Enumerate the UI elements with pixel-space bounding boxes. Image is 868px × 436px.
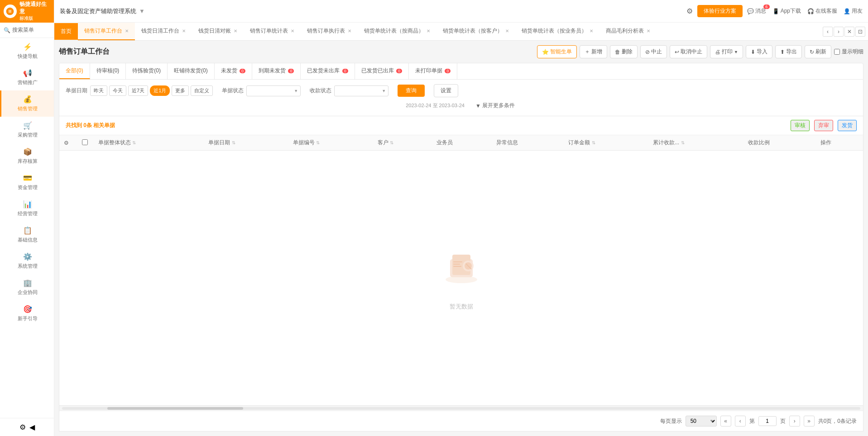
sidebar-item-quick-nav[interactable]: ⚡ 快捷导航 (0, 38, 54, 64)
sidebar-item-operation[interactable]: 📊 经营管理 (0, 195, 54, 222)
filter-tab-shipped-out[interactable]: 已发货已出库 0 (355, 63, 409, 79)
tab-cash-goods[interactable]: 钱货日清对账 ✕ (192, 23, 244, 40)
date-more-btn[interactable]: 更多 (172, 85, 189, 96)
filter-tab-all[interactable]: 全部(0) (59, 63, 90, 79)
tab-close-cash-goods[interactable]: ✕ (234, 28, 237, 33)
col-number[interactable]: 单据编号 (288, 135, 373, 151)
tab-sales-exec[interactable]: 销售订单执行表 ✕ (301, 23, 358, 40)
filter-tab-not-printed[interactable]: 未打印单据 0 (409, 63, 457, 79)
stop-button[interactable]: ⊘ 中止 (640, 45, 667, 58)
table-scroll-area: ⚙ 单据整体状态 单据日期 单 (59, 135, 863, 405)
cancel-audit-button[interactable]: 弃审 (814, 120, 833, 131)
print-button[interactable]: 🖨 打印 ▼ (710, 45, 743, 58)
tab-close-goods-margin[interactable]: ✕ (647, 28, 650, 33)
shipped-out-badge: 0 (396, 69, 402, 73)
export-button[interactable]: ⬆ 导出 (775, 45, 802, 58)
select-all-checkbox[interactable] (82, 139, 88, 145)
col-collected[interactable]: 累计收款... (648, 135, 743, 151)
tab-close-sales-sum-product[interactable]: ✕ (427, 28, 430, 33)
topbar-dropdown-icon[interactable]: ▼ (139, 8, 145, 14)
sidebar-item-purchase[interactable]: 🛒 采购管理 (0, 117, 54, 143)
col-settings-icon[interactable]: ⚙ (64, 140, 69, 146)
table-area: 共找到 0条 相关单据 审核 弃审 发货 ⚙ (59, 116, 863, 431)
industry-solution-button[interactable]: 体验行业方案 (697, 5, 743, 17)
expand-search-button[interactable]: ▼ 展开更多条件 (474, 100, 517, 111)
page-next-button[interactable]: › (789, 416, 800, 427)
tab-close-sales-order-workspace[interactable]: ✕ (125, 28, 129, 33)
date-custom-btn[interactable]: 自定义 (191, 85, 213, 96)
add-button[interactable]: ＋ 新增 (580, 45, 607, 58)
online-service-item[interactable]: 🎧 在线客服 (807, 7, 837, 15)
sidebar-item-basic[interactable]: 📋 基础信息 (0, 222, 54, 248)
show-detail-label[interactable]: 显示明细 (834, 48, 863, 56)
per-page-select[interactable]: 10 20 50 100 (686, 416, 717, 427)
tab-close-sales-sum-customer[interactable]: ✕ (505, 28, 509, 33)
col-customer[interactable]: 客户 (373, 135, 432, 151)
scrollbar-thumb[interactable] (107, 407, 243, 410)
filter-tab-not-shipped[interactable]: 未发货 0 (215, 63, 252, 79)
tab-close-sales-stat[interactable]: ✕ (291, 28, 294, 33)
tab-close-cash-daily[interactable]: ✕ (182, 28, 186, 33)
settings-icon[interactable]: ⚙ (19, 423, 26, 431)
ship-button[interactable]: 发货 (838, 120, 857, 131)
show-detail-checkbox[interactable] (834, 49, 840, 55)
tab-scroll-left-button[interactable]: ‹ (823, 27, 833, 37)
tab-close-sales-exec[interactable]: ✕ (348, 28, 351, 33)
date-7days-btn[interactable]: 近7天 (128, 85, 148, 96)
page-first-button[interactable]: « (720, 416, 731, 427)
messages-item[interactable]: 💬 消息 6 (747, 7, 766, 15)
tab-cash-daily[interactable]: 钱货日清工作台 ✕ (135, 23, 192, 40)
sidebar-item-system[interactable]: ⚙️ 系统管理 (0, 248, 54, 274)
cancel-stop-button[interactable]: ↩ 取消中止 (670, 45, 707, 58)
tab-sales-order-workspace[interactable]: 销售订单工作台 ✕ (78, 23, 135, 40)
horizontal-scrollbar[interactable] (59, 405, 863, 411)
sidebar-item-sales[interactable]: 💰 销售管理 (0, 90, 54, 117)
tab-sales-stat[interactable]: 销售订单统计表 ✕ (244, 23, 301, 40)
import-button[interactable]: ⬇ 导入 (746, 45, 772, 58)
filter-tab-pending-review[interactable]: 待审核(0) (90, 63, 126, 79)
settings-button[interactable]: 设置 (434, 84, 458, 97)
tab-label-sales-stat: 销售订单统计表 (250, 27, 288, 35)
query-button[interactable]: 查询 (398, 85, 425, 97)
filter-tab-overdue-not-shipped[interactable]: 到期未发货 0 (252, 63, 301, 79)
col-date[interactable]: 单据日期 (204, 135, 288, 151)
page-prev-button[interactable]: ‹ (735, 416, 746, 427)
tab-close-all-button[interactable]: ✕ (844, 27, 854, 37)
audit-button[interactable]: 审核 (791, 120, 810, 131)
tab-goods-margin[interactable]: 商品毛利分析表 ✕ (599, 23, 657, 40)
sidebar-item-guide[interactable]: 🎯 新手引导 (0, 300, 54, 327)
tab-close-sales-sum-staff[interactable]: ✕ (590, 28, 593, 33)
tab-scroll-right-button[interactable]: › (834, 27, 844, 37)
status-select[interactable] (246, 85, 301, 96)
settings-gear-icon[interactable]: ⚙ (686, 7, 693, 15)
sidebar-item-marketing[interactable]: 📢 营销推广 (0, 64, 54, 90)
smart-order-button[interactable]: ⭐ 智能生单 (537, 45, 577, 58)
tab-home[interactable]: 首页 (54, 23, 78, 40)
online-service-label: 在线客服 (815, 7, 837, 15)
tab-sales-sum-product[interactable]: 销货单统计表（按商品） ✕ (358, 23, 436, 40)
tab-sales-sum-staff[interactable]: 销货单统计表（按业务员） ✕ (515, 23, 599, 40)
date-1month-btn[interactable]: 近1月 (150, 85, 170, 96)
col-amount[interactable]: 订单金额 (564, 135, 648, 151)
page-last-button[interactable]: » (804, 416, 815, 427)
sidebar-item-enterprise[interactable]: 🏢 企业协同 (0, 274, 54, 300)
search-menu-item[interactable]: 🔍 搜索菜单 (0, 23, 54, 38)
filter-tab-shipped-not-out[interactable]: 已发货未出库 0 (301, 63, 355, 79)
payment-select[interactable] (334, 85, 388, 96)
sidebar-item-inventory[interactable]: 📦 库存核算 (0, 143, 54, 169)
svg-rect-6 (453, 261, 462, 262)
date-today-btn[interactable]: 今天 (109, 85, 126, 96)
tab-sales-sum-customer[interactable]: 销货单统计表（按客户） ✕ (436, 23, 515, 40)
filter-tab-wangpu-ship[interactable]: 旺铺待发货(0) (168, 63, 215, 79)
filter-tab-pending-inspect[interactable]: 待拣验货(0) (126, 63, 168, 79)
date-yesterday-btn[interactable]: 昨天 (90, 85, 107, 96)
tab-expand-button[interactable]: ⊡ (855, 27, 865, 37)
user-item[interactable]: 👤 用友 (844, 7, 863, 15)
sidebar-item-finance[interactable]: 💳 资金管理 (0, 169, 54, 195)
page-input[interactable]: 1 (758, 416, 777, 426)
refresh-button[interactable]: ↻ 刷新 (805, 45, 831, 58)
app-download-item[interactable]: 📱 App下载 (772, 7, 801, 15)
collapse-icon[interactable]: ◀ (29, 423, 35, 431)
col-status[interactable]: 单据整体状态 (94, 135, 204, 151)
delete-button[interactable]: 🗑 删除 (610, 45, 638, 58)
